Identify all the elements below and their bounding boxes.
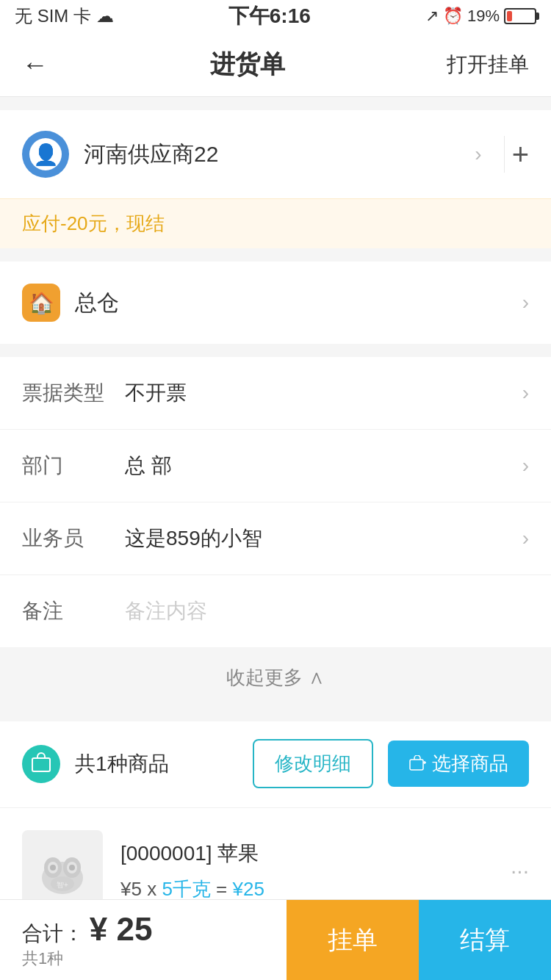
add-supplier-button[interactable]: + — [512, 138, 529, 171]
supplier-chevron-icon: › — [475, 143, 481, 166]
vertical-divider — [504, 136, 505, 173]
open-pending-button[interactable]: 打开挂单 — [447, 51, 529, 79]
select-product-label: 选择商品 — [432, 751, 508, 777]
avatar-inner: 👤 — [29, 138, 62, 170]
status-time: 下午6:16 — [228, 2, 311, 30]
nav-bar: ← 进货单 打开挂单 — [0, 32, 551, 97]
alarm-icon: ⏰ — [443, 7, 463, 26]
battery-icon — [504, 8, 536, 24]
footer-total-amount: ¥ 25 — [90, 911, 153, 947]
svg-rect-1 — [410, 760, 423, 770]
footer-total-label: 合计： — [22, 922, 84, 945]
alert-banner: 应付-20元，现结 — [0, 198, 551, 248]
dept-value: 总 部 — [125, 452, 522, 480]
footer-count: 共1种 — [22, 948, 264, 970]
status-left: 无 SIM 卡 ☁ — [15, 4, 114, 28]
person-icon: 👤 — [33, 143, 59, 167]
edit-detail-button[interactable]: 修改明细 — [253, 739, 373, 788]
product-title: 苹果 — [217, 842, 259, 865]
supplier-avatar: 👤 — [22, 131, 69, 178]
svg-text:智+: 智+ — [57, 881, 68, 889]
product-name: [0000001] 苹果 — [120, 840, 511, 868]
product-multiply: x — [147, 878, 162, 900]
settle-button[interactable]: 结算 — [419, 900, 551, 981]
dept-chevron-icon: › — [522, 454, 529, 478]
warehouse-section: 🏠 总仓 › — [0, 262, 551, 344]
status-bar: 无 SIM 卡 ☁ 下午6:16 ↗ ⏰ 19% — [0, 0, 551, 32]
dept-row[interactable]: 部门 总 部 › — [0, 429, 551, 502]
staff-row[interactable]: 业务员 这是859的小智 › — [0, 502, 551, 574]
collapse-label: 收起更多 ∧ — [226, 666, 324, 688]
status-right: ↗ ⏰ 19% — [425, 7, 536, 26]
cart-add-icon — [408, 755, 426, 773]
warehouse-chevron-icon: › — [522, 291, 529, 314]
warehouse-name: 总仓 — [75, 288, 522, 318]
footer: 合计： ¥ 25 共1种 挂单 结算 — [0, 899, 551, 980]
dept-label: 部门 — [22, 452, 125, 480]
product-more-button[interactable]: ··· — [511, 858, 529, 883]
page-title: 进货单 — [210, 48, 285, 82]
product-equals: = — [216, 878, 232, 900]
product-code: [0000001] — [120, 842, 212, 865]
warehouse-row[interactable]: 🏠 总仓 › — [0, 262, 551, 344]
warehouse-icon: 🏠 — [22, 284, 60, 322]
staff-label: 业务员 — [22, 525, 125, 552]
svg-point-9 — [50, 865, 56, 871]
svg-rect-0 — [32, 758, 50, 771]
select-product-button[interactable]: 选择商品 — [388, 741, 529, 787]
ticket-value: 不开票 — [125, 379, 522, 407]
product-info: [0000001] 苹果 ¥5 x 5千克 = ¥25 — [120, 840, 511, 902]
footer-total-row: 合计： ¥ 25 — [22, 911, 264, 948]
supplier-section: 👤 河南供应商22 › + 应付-20元，现结 — [0, 110, 551, 248]
signal-text: 无 SIM 卡 ☁ — [15, 4, 114, 28]
product-image: 智+ — [33, 841, 92, 900]
collapse-button[interactable]: 收起更多 ∧ — [0, 647, 551, 708]
alert-text: 应付-20元，现结 — [22, 212, 165, 234]
product-unit-price: ¥5 — [120, 878, 142, 900]
products-count: 共1种商品 — [75, 750, 238, 778]
back-button[interactable]: ← — [22, 49, 48, 80]
products-header: 共1种商品 修改明细 选择商品 — [0, 721, 551, 806]
staff-chevron-icon: › — [522, 527, 529, 550]
remark-placeholder: 备注内容 — [125, 597, 529, 625]
remark-label: 备注 — [22, 597, 125, 625]
staff-value: 这是859的小智 — [125, 525, 522, 552]
home-icon: 🏠 — [29, 291, 54, 315]
product-quantity: 5千克 — [162, 878, 210, 900]
remark-row[interactable]: 备注 备注内容 — [0, 574, 551, 647]
pending-button[interactable]: 挂单 — [287, 900, 419, 981]
ticket-type-row[interactable]: 票据类型 不开票 › — [0, 357, 551, 429]
product-price-row: ¥5 x 5千克 = ¥25 — [120, 876, 511, 902]
battery-percent: 19% — [467, 7, 500, 26]
product-total: ¥25 — [233, 878, 264, 900]
ticket-label: 票据类型 — [22, 379, 125, 407]
svg-point-10 — [69, 865, 75, 871]
supplier-row[interactable]: 👤 河南供应商22 › + — [0, 110, 551, 198]
footer-total-section: 合计： ¥ 25 共1种 — [0, 911, 287, 970]
form-section: 票据类型 不开票 › 部门 总 部 › 业务员 这是859的小智 › 备注 备注… — [0, 357, 551, 647]
location-icon: ↗ — [425, 7, 439, 26]
ticket-chevron-icon: › — [522, 381, 529, 405]
supplier-name: 河南供应商22 — [84, 140, 475, 170]
cart-icon — [29, 752, 53, 776]
products-icon — [22, 745, 60, 783]
